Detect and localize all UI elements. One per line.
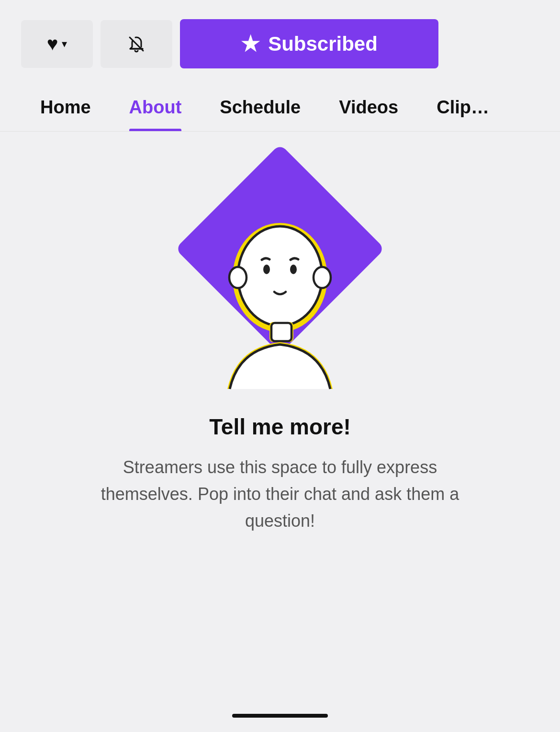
- tab-videos[interactable]: Videos: [320, 88, 417, 131]
- subscribed-button[interactable]: ★ Subscribed: [180, 19, 438, 68]
- bell-off-icon: [126, 33, 147, 55]
- nav-tabs: Home About Schedule Videos Clip…: [0, 83, 560, 132]
- tab-about[interactable]: About: [110, 88, 201, 131]
- svg-point-1: [238, 226, 322, 326]
- main-content: Tell me more! Streamers use this space t…: [0, 132, 560, 563]
- chevron-down-icon: ▾: [62, 38, 67, 50]
- svg-point-4: [229, 267, 246, 288]
- home-indicator: [232, 714, 328, 718]
- favorite-button[interactable]: ♥ ▾: [21, 20, 93, 68]
- svg-rect-7: [271, 323, 291, 341]
- top-bar: ♥ ▾ ★ Subscribed: [0, 0, 560, 83]
- avatar-container: [179, 170, 381, 390]
- svg-point-5: [314, 267, 331, 288]
- svg-point-3: [290, 265, 297, 274]
- notification-button[interactable]: [101, 20, 172, 68]
- heart-icon: ♥: [47, 33, 58, 55]
- tab-clips[interactable]: Clip…: [417, 88, 508, 131]
- tab-schedule[interactable]: Schedule: [201, 88, 320, 131]
- character-illustration: [199, 189, 361, 390]
- svg-point-2: [263, 265, 270, 274]
- subscribed-label: Subscribed: [268, 33, 378, 55]
- star-icon: ★: [241, 32, 259, 56]
- tab-home[interactable]: Home: [21, 88, 110, 131]
- main-description: Streamers use this space to fully expres…: [89, 454, 471, 534]
- main-title: Tell me more!: [209, 414, 351, 440]
